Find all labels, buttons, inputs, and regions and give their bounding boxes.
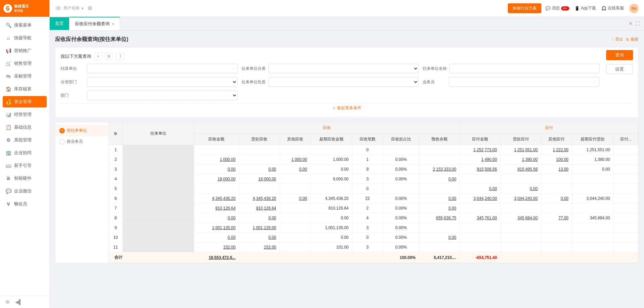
- filter-panel-by-staff[interactable]: 按业务员: [55, 136, 109, 147]
- sidebar-item-hardware[interactable]: 🖥 智能硬件: [0, 172, 49, 185]
- unit-name: [122, 174, 194, 184]
- sidebar-item-label: 资金管理: [14, 99, 32, 105]
- tab-close-icon[interactable]: ✕: [112, 22, 114, 26]
- app-download-button[interactable]: 📱 App下载: [575, 5, 596, 11]
- col-ap-rest: 应付...: [613, 134, 638, 145]
- app-download-label: App下载: [581, 5, 596, 11]
- unit-name: [122, 145, 194, 155]
- filter-dept: 分管部门: [61, 77, 237, 87]
- unit-name: [122, 165, 194, 174]
- sidebar-item-marketing[interactable]: 📢 营销推广: [0, 44, 49, 57]
- filter-panel: 🔶 按往来单位 按业务员: [55, 122, 109, 263]
- filter-panel-by-unit[interactable]: 🔶 按往来单位: [55, 125, 109, 136]
- filter-settings-button[interactable]: ⊙: [105, 53, 113, 59]
- total-ar-amount[interactable]: 19,553,472,6...: [194, 252, 239, 263]
- sidebar-item-wechat[interactable]: 💬 企业微信: [0, 185, 49, 197]
- breadcrumb-text: 用户名称: [63, 5, 79, 11]
- sidebar-item-warehouse[interactable]: 🏠 库存核算: [0, 83, 49, 95]
- export-icon: ↑: [612, 37, 614, 42]
- message-label: 消息: [552, 5, 560, 11]
- sidebar-item-purchase[interactable]: 🛍 采购管理: [0, 70, 49, 83]
- filter-collapse-button[interactable]: ∧ 收起更多条件: [61, 103, 633, 112]
- by-unit-label: 按往来单位: [67, 128, 87, 133]
- export-button[interactable]: ↑ 导出: [612, 37, 623, 42]
- window-close-button[interactable]: ✕: [629, 21, 633, 26]
- sidebar-item-label: 系统管理: [14, 137, 32, 143]
- sidebar-item-label: 经营管理: [14, 112, 32, 118]
- filter-label-name: 往来单位名称: [423, 66, 447, 72]
- by-staff-label: 按业务员: [67, 139, 83, 144]
- sidebar-item-operations[interactable]: 📊 经营管理: [0, 108, 49, 121]
- filter-unit-category: 往来单位分类: [241, 64, 418, 73]
- sidebar-item-system[interactable]: ⚙ 系统管理: [0, 134, 49, 146]
- footer-settings-icon[interactable]: ⚙: [5, 299, 10, 305]
- col-ar-overdue: 超期应收金额: [311, 134, 352, 145]
- sidebar-item-label: 库存核算: [14, 86, 32, 92]
- col-ar-count: 应收笔数: [352, 134, 383, 145]
- collapse-icon: ∧: [332, 105, 337, 110]
- department-select[interactable]: [87, 91, 237, 100]
- topbar-settings-icon[interactable]: ⚙: [88, 5, 92, 11]
- sidebar-item-quicknav[interactable]: ⌂ 快捷导航: [0, 32, 49, 44]
- total-ap-overdue: [572, 252, 613, 263]
- user-name: Rit: [632, 6, 637, 10]
- col-ap-overdue: 超期应付货款: [572, 134, 613, 145]
- page-title: 应收应付余额查询(按往来单位): [55, 36, 128, 43]
- sidebar-item-finance[interactable]: 💰 资金管理: [3, 96, 47, 107]
- footer-collapse-icon[interactable]: ◀▌: [15, 299, 22, 305]
- settlement-unit-input[interactable]: ···: [87, 64, 237, 73]
- app-edition: 标准版: [14, 9, 29, 13]
- unit-name-input[interactable]: [449, 64, 599, 73]
- refresh-button[interactable]: ↻ 刷新: [626, 37, 639, 42]
- chevron-down-icon[interactable]: ▾: [82, 6, 84, 11]
- sidebar-logo: 6 畅捷通买 标准版: [0, 0, 49, 17]
- sidebar-item-enterprise[interactable]: 🏢 企业协同: [0, 146, 49, 159]
- filter-header: 按以下方案查询 ＋ ⊙ 《: [61, 53, 633, 60]
- unit-nature-select[interactable]: [268, 77, 418, 87]
- search-icon: 🔍: [5, 23, 11, 28]
- basic-icon: 📋: [5, 125, 11, 130]
- sidebar: 6 畅捷通买 标准版 🔍 搜索菜单 ⌂ 快捷导航 📢 营销推广 🛒 销售管理 🛍…: [0, 0, 50, 308]
- warehouse-icon: 🏠: [5, 86, 11, 92]
- col-ar-goods: 货款应收: [239, 134, 280, 145]
- sidebar-item-sales[interactable]: 🛒 销售管理: [0, 57, 49, 70]
- tab-home[interactable]: 首页: [50, 17, 69, 30]
- sidebar-item-member[interactable]: V 畅会员: [0, 197, 49, 210]
- total-label: 合计: [109, 252, 194, 263]
- filter-collapse-left-button[interactable]: 《: [115, 53, 124, 60]
- window-maximize-button[interactable]: ⛶: [635, 21, 640, 26]
- tab-bar: 首页 应收应付余额查询 ✕ ✕ ⛶: [50, 17, 644, 31]
- online-service-button[interactable]: 🎧 在线客服: [601, 5, 624, 11]
- col-ar-prepay: 预收余额: [419, 134, 460, 145]
- dept-select[interactable]: [87, 77, 237, 87]
- sidebar-item-guide[interactable]: 📖 新手引导: [0, 159, 49, 172]
- col-settings[interactable]: ⚙: [109, 122, 122, 145]
- settings-button[interactable]: 设置: [606, 64, 633, 74]
- total-ar-ratio: 100.00%: [383, 252, 419, 263]
- unit-category-select[interactable]: [268, 64, 418, 73]
- filter-area: 按以下方案查询 ＋ ⊙ 《 结算单位 ··· 往来单位分类: [55, 47, 639, 118]
- filter-label-nature: 往来单位性质: [241, 79, 266, 85]
- table-row: 21,000.001,000.001,000.0010.00%1,490.001…: [109, 155, 638, 165]
- sidebar-item-search[interactable]: 🔍 搜索菜单: [0, 19, 49, 32]
- query-button[interactable]: 查询: [606, 50, 633, 60]
- user-avatar[interactable]: Rit: [629, 4, 639, 13]
- message-button[interactable]: 💬 消息 99+: [545, 5, 569, 11]
- page-content: 应收应付余额查询(按往来单位) ↑ 导出 ↻ 刷新 按以下方案查询 ＋ ⊙ 《: [50, 31, 644, 308]
- total-ap-other: [541, 252, 572, 263]
- sidebar-item-basic[interactable]: 📋 基础信息: [0, 121, 49, 134]
- unit-name: [122, 243, 194, 252]
- filter-add-button[interactable]: ＋: [94, 53, 102, 60]
- salesman-input[interactable]: ···: [449, 77, 599, 87]
- filter-label-dept: 分管部门: [61, 79, 84, 85]
- table-row: 91,001,135.001,001,135.001,001,135.0030.…: [109, 223, 638, 233]
- refresh-icon: ↻: [626, 37, 629, 42]
- column-settings-icon[interactable]: ⚙: [114, 131, 117, 136]
- solution-button[interactable]: 体验行业方案: [508, 3, 541, 13]
- col-unit: 往来单位: [122, 122, 194, 145]
- tab-ar-ap[interactable]: 应收应付余额查询 ✕: [69, 17, 120, 30]
- sidebar-item-label: 营销推广: [14, 48, 32, 54]
- table-row: 100.000.000.0000.00%0.00: [109, 233, 638, 243]
- sidebar-item-label: 企业微信: [14, 188, 32, 194]
- sidebar-item-label: 快捷导航: [14, 35, 32, 41]
